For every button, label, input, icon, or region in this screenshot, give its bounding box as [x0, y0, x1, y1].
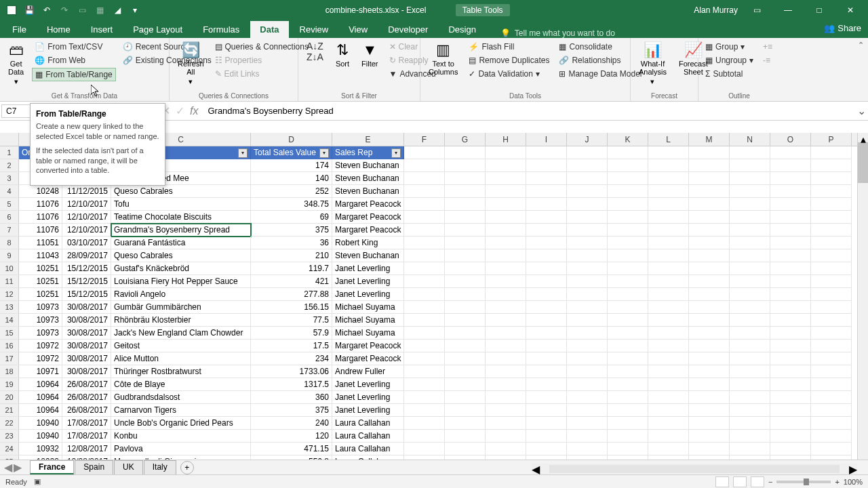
- cell[interactable]: [608, 159, 648, 172]
- row-header[interactable]: 17: [0, 352, 19, 365]
- cell[interactable]: [648, 352, 689, 365]
- cell[interactable]: [648, 249, 689, 262]
- cell[interactable]: [404, 365, 445, 378]
- zoom-slider[interactable]: [776, 481, 831, 483]
- cell[interactable]: Gudbrandsdalsost: [111, 391, 251, 404]
- group-button[interactable]: ▦Group ▾: [703, 41, 756, 53]
- cell[interactable]: [770, 314, 811, 327]
- cell[interactable]: 348.75: [251, 198, 332, 211]
- cell[interactable]: Alice Mutton: [111, 352, 251, 365]
- cell[interactable]: [404, 443, 445, 455]
- cell[interactable]: [567, 185, 608, 198]
- cell[interactable]: [404, 224, 445, 237]
- save-icon[interactable]: 💾: [23, 4, 35, 16]
- cell[interactable]: 30/08/2017: [62, 352, 111, 365]
- cell[interactable]: Janet Leverling: [332, 391, 404, 404]
- cell[interactable]: [486, 314, 526, 327]
- cell[interactable]: Steven Buchanan: [332, 249, 404, 262]
- queries-connections-button[interactable]: ▤Queries & Connections: [212, 41, 311, 53]
- cell[interactable]: [730, 327, 770, 340]
- col-header-N[interactable]: N: [730, 133, 770, 146]
- cell[interactable]: [730, 224, 770, 237]
- cell[interactable]: [404, 378, 445, 391]
- cell[interactable]: [404, 404, 445, 417]
- cell[interactable]: [811, 301, 852, 314]
- row-header[interactable]: 3: [0, 172, 19, 185]
- cell[interactable]: 120: [251, 430, 332, 443]
- cell[interactable]: [811, 159, 852, 172]
- cell[interactable]: Laura Callahan: [332, 417, 404, 430]
- cell[interactable]: [567, 378, 608, 391]
- cell[interactable]: [445, 146, 486, 159]
- cell[interactable]: 17/08/2017: [62, 417, 111, 430]
- table-tools-tab[interactable]: Table Tools: [456, 4, 510, 16]
- cell[interactable]: [689, 340, 730, 352]
- cell[interactable]: [486, 352, 526, 365]
- get-data-button[interactable]: 🗃 Get Data ▾: [4, 41, 28, 91]
- cell[interactable]: [486, 146, 526, 159]
- cell[interactable]: 10971: [19, 365, 62, 378]
- cell[interactable]: [608, 275, 648, 288]
- cell[interactable]: [770, 249, 811, 262]
- cell[interactable]: [730, 301, 770, 314]
- cell[interactable]: 10940: [19, 417, 62, 430]
- cell[interactable]: [770, 275, 811, 288]
- cell[interactable]: [811, 430, 852, 443]
- cell[interactable]: 240: [251, 417, 332, 430]
- cell[interactable]: [404, 172, 445, 185]
- cell[interactable]: 30/08/2017: [62, 365, 111, 378]
- cell[interactable]: [730, 417, 770, 430]
- cell[interactable]: [404, 430, 445, 443]
- cell[interactable]: [648, 417, 689, 430]
- tab-formulas[interactable]: Formulas: [193, 21, 249, 38]
- cell[interactable]: [486, 185, 526, 198]
- cell[interactable]: [730, 443, 770, 455]
- sort-desc-button[interactable]: Z↓A: [302, 52, 328, 62]
- view-normal-button[interactable]: [715, 476, 729, 487]
- cell[interactable]: [770, 404, 811, 417]
- cell[interactable]: [526, 262, 567, 275]
- cell[interactable]: [811, 262, 852, 275]
- from-web-button[interactable]: 🌐From Web: [32, 54, 116, 66]
- show-detail-button[interactable]: +≡: [760, 41, 775, 53]
- cell[interactable]: 15/12/2015: [62, 288, 111, 301]
- row-header[interactable]: 2: [0, 159, 19, 172]
- cell[interactable]: [445, 275, 486, 288]
- cell[interactable]: [608, 224, 648, 237]
- cell[interactable]: [730, 378, 770, 391]
- cell[interactable]: [811, 417, 852, 430]
- minimize-icon[interactable]: —: [776, 0, 800, 20]
- cell[interactable]: [404, 314, 445, 327]
- cell[interactable]: Geitost: [111, 340, 251, 352]
- cell[interactable]: [608, 417, 648, 430]
- name-box[interactable]: C7: [1, 104, 31, 118]
- cell[interactable]: [648, 172, 689, 185]
- cell[interactable]: [445, 249, 486, 262]
- cell[interactable]: [567, 146, 608, 159]
- cell[interactable]: [689, 172, 730, 185]
- ribbon-display-icon[interactable]: ▭: [745, 0, 769, 20]
- cell[interactable]: [689, 417, 730, 430]
- filter-dropdown-icon[interactable]: ▾: [319, 148, 329, 158]
- cell[interactable]: [567, 172, 608, 185]
- row-header[interactable]: 7: [0, 224, 19, 237]
- cell[interactable]: 10251: [19, 275, 62, 288]
- cell[interactable]: [567, 443, 608, 455]
- cell[interactable]: Teatime Chocolate Biscuits: [111, 211, 251, 224]
- cell[interactable]: [567, 314, 608, 327]
- cell[interactable]: 26/08/2017: [62, 391, 111, 404]
- macro-record-icon[interactable]: ▣: [34, 477, 41, 486]
- cell[interactable]: Côte de Blaye: [111, 378, 251, 391]
- cell[interactable]: [567, 327, 608, 340]
- cell[interactable]: [730, 237, 770, 249]
- cell[interactable]: [486, 198, 526, 211]
- cell[interactable]: [689, 211, 730, 224]
- cell[interactable]: [770, 417, 811, 430]
- cell[interactable]: [811, 185, 852, 198]
- cell[interactable]: [608, 443, 648, 455]
- cell[interactable]: [689, 185, 730, 198]
- sort-button[interactable]: ⇅Sort: [332, 41, 353, 91]
- cell[interactable]: [404, 237, 445, 249]
- cell[interactable]: 119.7: [251, 262, 332, 275]
- cell[interactable]: 360: [251, 391, 332, 404]
